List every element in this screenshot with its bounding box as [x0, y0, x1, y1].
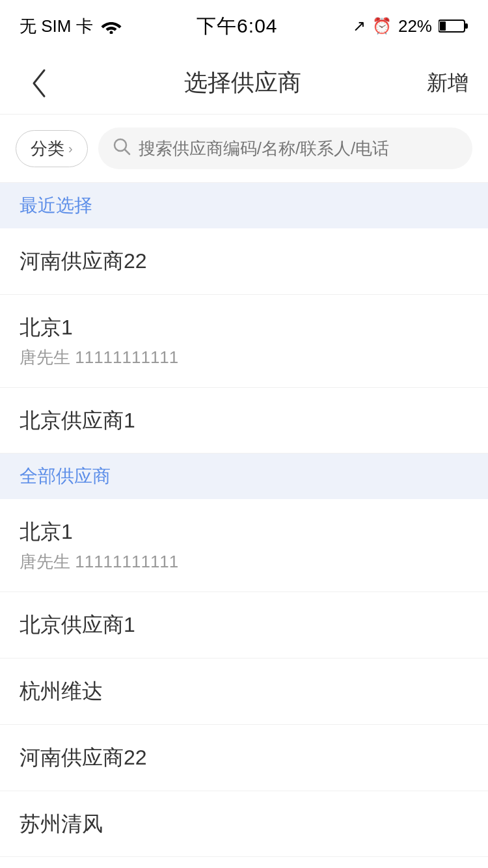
svg-rect-3 — [440, 21, 446, 31]
search-icon — [113, 137, 131, 160]
recent-section-header: 最近选择 — [0, 183, 488, 228]
back-button[interactable] — [20, 64, 59, 103]
carrier-label: 无 SIM 卡 — [20, 15, 93, 38]
recent-section-title: 最近选择 — [20, 195, 92, 215]
page-title: 选择供应商 — [184, 67, 301, 99]
chevron-right-icon: › — [68, 141, 73, 156]
svg-rect-2 — [465, 23, 468, 29]
item-name: 杭州维达 — [20, 677, 468, 706]
svg-line-5 — [125, 150, 129, 154]
battery-icon — [439, 18, 468, 34]
status-right: ↗ ⏰ 22% — [353, 16, 468, 36]
add-button[interactable]: 新增 — [427, 69, 468, 98]
status-bar: 无 SIM 卡 下午6:04 ↗ ⏰ 22% — [0, 0, 488, 52]
all-section-title: 全部供应商 — [20, 466, 111, 486]
item-name: 北京供应商1 — [20, 610, 468, 640]
all-section-header: 全部供应商 — [0, 454, 488, 499]
list-item[interactable]: 北京供应商1 — [0, 388, 488, 454]
category-button[interactable]: 分类 › — [16, 130, 88, 167]
item-name: 苏州清风 — [20, 809, 468, 839]
list-item[interactable]: 北京1唐先生 11111111111 — [0, 499, 488, 592]
list-item[interactable]: 河南供应商22 — [0, 228, 488, 295]
battery-label: 22% — [398, 16, 432, 36]
nav-bar: 选择供应商 新增 — [0, 52, 488, 115]
item-name: 河南供应商22 — [20, 743, 468, 772]
item-name: 北京供应商1 — [20, 406, 468, 435]
location-icon: ↗ — [353, 17, 366, 35]
all-list: 北京1唐先生 11111111111北京供应商1杭州维达河南供应商22苏州清风 — [0, 499, 488, 857]
item-sub: 唐先生 11111111111 — [20, 346, 468, 369]
search-input[interactable] — [139, 139, 458, 159]
item-name: 河南供应商22 — [20, 247, 468, 276]
item-name: 北京1 — [20, 313, 468, 342]
list-item[interactable]: 杭州维达 — [0, 658, 488, 725]
item-sub: 唐先生 11111111111 — [20, 550, 468, 573]
list-item[interactable]: 北京供应商1 — [0, 592, 488, 658]
svg-point-0 — [109, 31, 113, 34]
category-label: 分类 — [31, 137, 64, 160]
wifi-icon — [101, 18, 122, 34]
status-left: 无 SIM 卡 — [20, 15, 122, 38]
list-item[interactable]: 苏州清风 — [0, 791, 488, 858]
alarm-icon: ⏰ — [372, 17, 392, 35]
search-box — [98, 128, 472, 169]
list-item[interactable]: 北京1唐先生 11111111111 — [0, 295, 488, 388]
list-item[interactable]: 河南供应商22 — [0, 725, 488, 791]
item-name: 北京1 — [20, 517, 468, 547]
recent-list: 河南供应商22北京1唐先生 11111111111北京供应商1 — [0, 228, 488, 454]
filter-bar: 分类 › — [0, 115, 488, 183]
status-time: 下午6:04 — [197, 13, 277, 40]
